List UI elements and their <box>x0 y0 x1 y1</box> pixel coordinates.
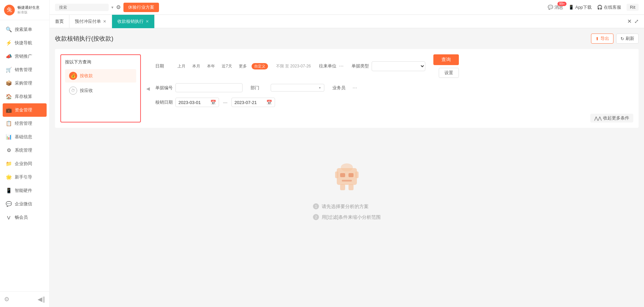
refresh-icon: ↻ <box>621 36 624 41</box>
close-tab-button[interactable]: ✕ <box>627 18 632 24</box>
filter-field-bill-number: 单据编号 <box>155 83 243 92</box>
sidebar-item-system[interactable]: ⚙ 系统管理 <box>0 144 49 157</box>
filter-option-by-receivable[interactable]: ⏱ 按应收 <box>65 84 136 97</box>
sidebar-item-operations[interactable]: 📋 经营管理 <box>0 117 49 130</box>
message-icon: 💬 <box>548 5 553 10</box>
sales-icon: 🛒 <box>5 66 12 73</box>
settings-icon[interactable]: ⚙ <box>4 296 9 303</box>
date-btn-this-year[interactable]: 本年 <box>205 63 217 70</box>
purchase-icon: 📦 <box>5 80 12 87</box>
verify-date-start-input[interactable]: 2023-03-01 📅 <box>175 98 219 107</box>
by-receipt-label: 按收款 <box>80 73 93 79</box>
app-name-block: 畅捷通好生意 标准版 <box>17 5 40 14</box>
date-btn-last-month[interactable]: 上月 <box>175 63 187 70</box>
tab-prepay[interactable]: 预付冲应付单 ✕ <box>69 15 112 28</box>
date-btn-7days[interactable]: 近7天 <box>220 63 234 70</box>
collapse-sidebar-icon[interactable]: ◀‖ <box>38 296 45 303</box>
sidebar-item-sales[interactable]: 🛒 销售管理 <box>0 63 49 76</box>
staff-input[interactable]: ··· <box>353 85 357 91</box>
tab-receipt[interactable]: 收款核销执行 ✕ <box>112 15 155 28</box>
topbar-search-input[interactable] <box>55 4 109 11</box>
filter-type-title: 按以下方查询 <box>65 59 136 65</box>
app-download-button[interactable]: 📱 App下载 <box>569 4 592 10</box>
filter-type-selector: 按以下方查询 💰 按收款 ⏱ 按应收 <box>60 54 141 122</box>
collapse-handle[interactable]: ◀ <box>146 54 150 122</box>
refresh-button[interactable]: ↻ 刷新 <box>616 34 639 44</box>
sidebar-item-vip[interactable]: V 畅会员 <box>0 211 49 224</box>
tab-bar: 首页 预付冲应付单 ✕ 收款核销执行 ✕ ✕ ⤢ <box>50 15 644 28</box>
verify-date-end-input[interactable]: 2023-07-21 📅 <box>231 98 275 107</box>
inventory-icon: 🏠 <box>5 93 12 100</box>
bill-type-select[interactable] <box>372 61 425 71</box>
export-icon: ⬆ <box>595 36 599 41</box>
sidebar-item-wechat[interactable]: 💬 企业微信 <box>0 197 49 211</box>
filter-option-by-receipt[interactable]: 💰 按收款 <box>65 69 136 83</box>
sidebar-item-inventory[interactable]: 🏠 库存核算 <box>0 90 49 103</box>
user-profile[interactable]: Rit <box>627 4 639 11</box>
date-btn-custom[interactable]: 自定义 <box>252 63 268 69</box>
sidebar-item-guide[interactable]: 🌟 新手引导 <box>0 170 49 184</box>
sidebar-item-finance[interactable]: 💼 资金管理 <box>3 103 47 117</box>
sidebar-nav: 🔍 搜索菜单 ⚡ 快捷导航 📣 营销推广 🛒 销售管理 📦 采购管理 🏠 库存核… <box>0 20 49 291</box>
collapse-more-label: 收起更多条件 <box>603 115 629 121</box>
sidebar-item-wechat-label: 企业微信 <box>15 201 32 207</box>
dept-select[interactable]: ▾ <box>271 84 324 92</box>
filter-fields: 日期 上月 本月 本年 近7天 更多 自定义 不限 至 2023-07-26 <box>155 54 633 122</box>
filter-panel: 按以下方查询 💰 按收款 ⏱ 按应收 ◀ <box>55 49 639 128</box>
online-service-button[interactable]: 🎧 在线客服 <box>597 4 621 10</box>
query-button[interactable]: 查询 <box>433 54 459 65</box>
empty-hint-1-text: 请先选择要分析的方案 <box>322 202 369 211</box>
export-label: 导出 <box>600 36 609 42</box>
empty-state: 1 请先选择要分析的方案 2 用[过滤]条件来缩小分析范围 <box>55 128 639 250</box>
search-icon: 🔍 <box>5 26 12 33</box>
filter-field-date: 日期 上月 本月 本年 近7天 更多 自定义 <box>155 63 268 70</box>
sidebar-item-basic-label: 基础信息 <box>15 134 32 140</box>
sidebar-item-inventory-label: 库存核算 <box>15 94 32 100</box>
by-receivable-label: 按应收 <box>80 88 93 94</box>
message-badge: 99+ <box>557 2 567 6</box>
sidebar-item-sales-label: 销售管理 <box>15 67 32 73</box>
collapse-more-wrapper: ⋀⋀ 收起更多条件 <box>155 112 633 122</box>
counterpart-input[interactable]: ··· <box>339 63 343 69</box>
sidebar-item-purchase-label: 采购管理 <box>15 80 32 86</box>
system-icon: ⚙ <box>5 147 12 154</box>
tab-prepay-label: 预付冲应付单 <box>75 18 101 24</box>
filter-field-dept: 部门 ▾ <box>251 84 324 92</box>
industry-solution-button[interactable]: 休验行业方案 <box>123 3 159 12</box>
svg-rect-3 <box>342 180 352 182</box>
sidebar-item-basic[interactable]: 📊 基础信息 <box>0 130 49 144</box>
svg-rect-6 <box>340 184 345 190</box>
collapse-more-button[interactable]: ⋀⋀ 收起更多条件 <box>590 114 633 122</box>
sidebar-item-hardware[interactable]: 📱 智能硬件 <box>0 184 49 197</box>
tab-home[interactable]: 首页 <box>50 15 69 28</box>
bill-number-input[interactable] <box>175 83 243 92</box>
message-button[interactable]: 💬 消息 99+ <box>548 4 563 10</box>
guide-icon: 🌟 <box>5 174 12 181</box>
tab-prepay-close-icon[interactable]: ✕ <box>103 19 106 24</box>
collapse-more-icon: ⋀⋀ <box>594 116 602 121</box>
export-button[interactable]: ⬆ 导出 <box>591 34 613 44</box>
main-content: ▾ ⚙ 休验行业方案 💬 消息 99+ 📱 App下载 🎧 在线客服 Rit <box>50 0 644 307</box>
setting-button[interactable]: 设置 <box>439 68 459 78</box>
settings-gear-icon[interactable]: ⚙ <box>116 4 121 10</box>
expand-tab-button[interactable]: ⤢ <box>634 18 639 24</box>
date-shortcuts-group: 上月 本月 本年 近7天 更多 自定义 <box>175 63 268 70</box>
sidebar-item-enterprise[interactable]: 📁 企业协同 <box>0 157 49 170</box>
sidebar-item-enterprise-label: 企业协同 <box>15 161 32 167</box>
tabbar-actions: ✕ ⤢ <box>627 18 644 24</box>
hint-num-1: 1 <box>313 203 319 209</box>
calendar-start-icon: 📅 <box>210 100 216 105</box>
sidebar-item-shortcut[interactable]: ⚡ 快捷导航 <box>0 36 49 50</box>
svg-rect-5 <box>355 171 359 178</box>
staff-label: 业务员 <box>332 85 350 91</box>
filter-row-1: 日期 上月 本月 本年 近7天 更多 自定义 不限 至 2023-07-26 <box>155 54 633 78</box>
sidebar-item-search[interactable]: 🔍 搜索菜单 <box>0 23 49 36</box>
vip-icon: V <box>5 214 12 221</box>
by-receipt-icon: 💰 <box>69 72 77 80</box>
date-btn-this-month[interactable]: 本月 <box>190 63 202 70</box>
date-btn-more[interactable]: 更多 <box>237 63 249 70</box>
sidebar-item-marketing[interactable]: 📣 营销推广 <box>0 50 49 63</box>
service-label: 在线客服 <box>604 4 621 10</box>
sidebar-item-purchase[interactable]: 📦 采购管理 <box>0 76 49 90</box>
tab-receipt-close-icon[interactable]: ✕ <box>146 19 149 24</box>
